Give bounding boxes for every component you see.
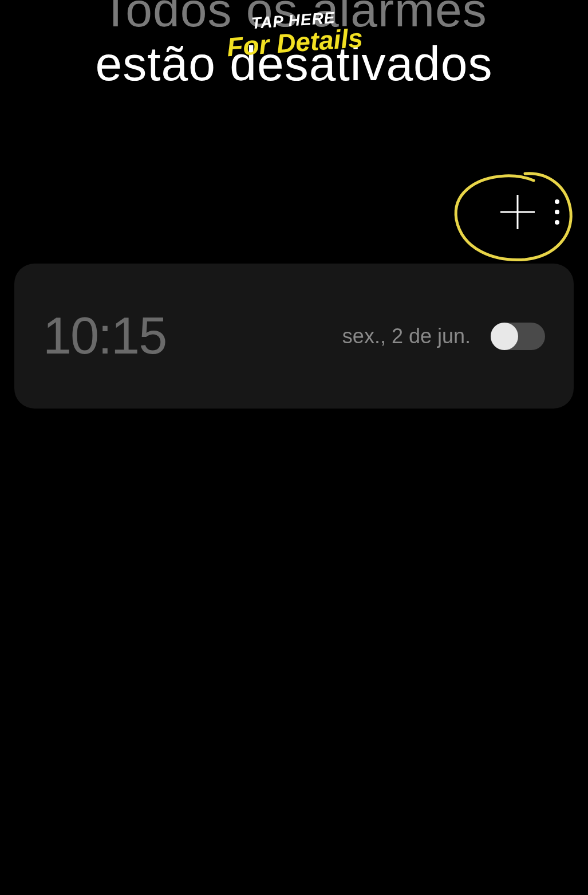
more-dot	[555, 210, 559, 214]
more-dot	[555, 199, 559, 204]
add-alarm-icon[interactable]	[500, 195, 535, 229]
alarm-toggle[interactable]	[491, 323, 545, 350]
promo-overlay[interactable]: TAP HERE For Details	[224, 7, 364, 62]
alarm-time: 10:15	[43, 307, 166, 366]
alarm-date: sex., 2 de jun.	[342, 324, 471, 348]
toggle-thumb	[491, 323, 518, 350]
alarm-card[interactable]: 10:15 sex., 2 de jun.	[14, 264, 574, 409]
more-options-icon[interactable]	[555, 199, 559, 225]
alarm-meta: sex., 2 de jun.	[342, 323, 545, 350]
action-bar	[500, 195, 559, 229]
more-dot	[555, 220, 559, 225]
